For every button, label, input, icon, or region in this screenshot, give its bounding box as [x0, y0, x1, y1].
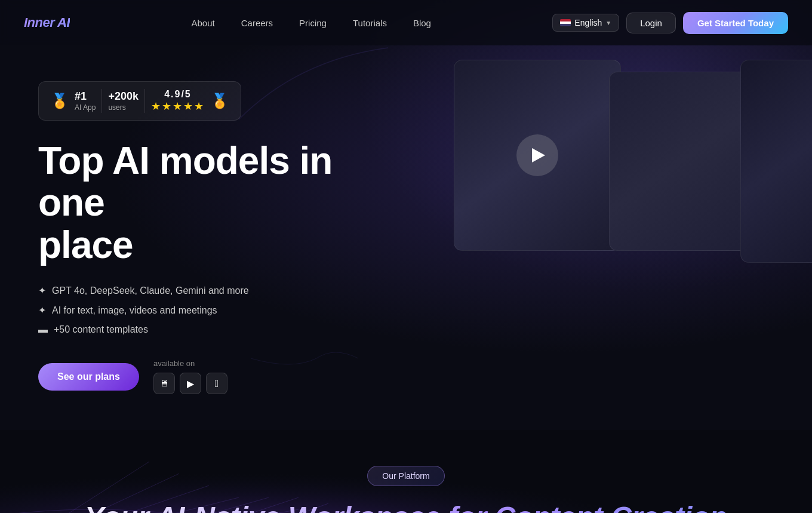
monitor-icon: 🖥 [159, 378, 169, 389]
hero-cta-row: See our plans available on 🖥 ▶  [38, 359, 380, 394]
hero-video-area [454, 60, 812, 311]
apple-icon:  [215, 377, 219, 390]
ios-platform-button[interactable]:  [206, 373, 227, 394]
flag-icon [560, 19, 571, 26]
hero-title-line1: Top AI models in one [38, 139, 332, 224]
nav-right: English ▼ Login Get Started Today [552, 12, 788, 34]
hero-title: Top AI models in one place [38, 140, 380, 266]
video-panel-tertiary [740, 60, 812, 263]
see-plans-button[interactable]: See our plans [38, 363, 139, 391]
feature-item-1: ✦ GPT 4o, DeepSeek, Claude, Gemini and m… [38, 285, 380, 296]
feature-text-3: +50 content templates [54, 324, 148, 335]
play-button[interactable] [516, 134, 558, 176]
video-panel-secondary [609, 72, 752, 251]
navbar: Inner AI About Careers Pricing Tutorials… [0, 0, 812, 45]
award-divider-1 [102, 89, 102, 113]
star-icons: ★★★★★ [151, 100, 205, 113]
android-platform-button[interactable]: ▶ [180, 373, 201, 394]
login-button[interactable]: Login [626, 13, 676, 33]
bottom-heading: Your AI-Native Workspace for Content Cre… [0, 500, 812, 513]
hero-section: 🏅 #1 AI App +200k users 4.9/5 ★★★★★ 🏅 [0, 0, 812, 430]
nav-about[interactable]: About [181, 13, 226, 33]
hero-content: 🏅 #1 AI App +200k users 4.9/5 ★★★★★ 🏅 [0, 45, 418, 394]
our-platform-badge[interactable]: Our Platform [367, 466, 444, 486]
nav-tutorials[interactable]: Tutorials [342, 13, 398, 33]
nav-blog[interactable]: Blog [402, 13, 442, 33]
feature-item-2: ✦ AI for text, image, videos and meeting… [38, 305, 380, 316]
award-2-number: +200k [108, 90, 139, 103]
template-icon: ▬ [38, 324, 48, 335]
available-label: available on [153, 359, 227, 368]
award-1-text: #1 AI App [75, 90, 96, 112]
nav-links: About Careers Pricing Tutorials Blog [181, 13, 442, 33]
award-1-subtitle: AI App [75, 103, 96, 112]
logo-text: Inner AI [24, 15, 70, 30]
lang-label: English [574, 18, 602, 27]
hero-features: ✦ GPT 4o, DeepSeek, Claude, Gemini and m… [38, 285, 380, 335]
platform-icons: 🖥 ▶  [153, 373, 227, 394]
award-1-number: #1 [75, 90, 96, 103]
chevron-down-icon: ▼ [605, 20, 611, 26]
web-platform-button[interactable]: 🖥 [153, 373, 175, 394]
feature-item-3: ▬ +50 content templates [38, 324, 380, 335]
nav-careers[interactable]: Careers [230, 13, 284, 33]
laurel-left-icon: 🏅 [51, 93, 69, 109]
laurel-right-icon: 🏅 [211, 93, 229, 109]
bottom-section: Our Platform Your AI-Native Workspace fo… [0, 430, 812, 513]
video-panel-main[interactable] [454, 60, 621, 251]
award-2-text: +200k users [108, 90, 139, 112]
award-divider-2 [144, 89, 145, 113]
award-3-rating: 4.9/5 [164, 89, 192, 100]
bottom-content: Our Platform Your AI-Native Workspace fo… [0, 466, 812, 513]
sparkle-icon-2: ✦ [38, 305, 46, 316]
available-on: available on 🖥 ▶  [153, 359, 227, 394]
feature-text-2: AI for text, image, videos and meetings [52, 305, 217, 316]
awards-row: 🏅 #1 AI App +200k users 4.9/5 ★★★★★ 🏅 [38, 81, 380, 121]
play-store-icon: ▶ [187, 378, 194, 389]
award-badge: 🏅 #1 AI App +200k users 4.9/5 ★★★★★ 🏅 [38, 81, 241, 121]
logo[interactable]: Inner AI [24, 15, 70, 30]
hero-title-line2: place [38, 223, 133, 266]
sparkle-icon-1: ✦ [38, 285, 46, 296]
language-selector[interactable]: English ▼ [552, 14, 619, 32]
award-2-subtitle: users [108, 103, 139, 112]
nav-pricing[interactable]: Pricing [288, 13, 337, 33]
feature-text-1: GPT 4o, DeepSeek, Claude, Gemini and mor… [52, 285, 249, 296]
award-3-stars: 4.9/5 ★★★★★ [151, 89, 205, 113]
get-started-button[interactable]: Get Started Today [683, 12, 788, 34]
play-triangle-icon [532, 148, 545, 162]
